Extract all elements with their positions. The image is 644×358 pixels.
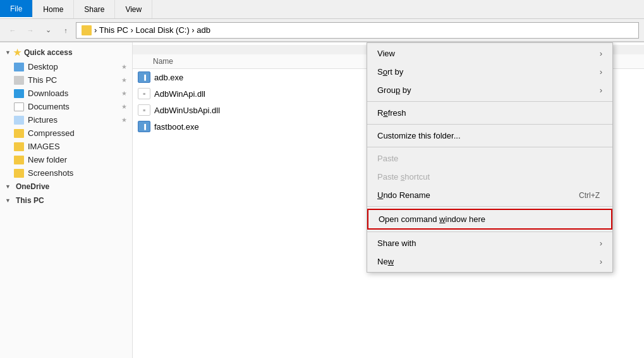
tab-view[interactable]: View (115, 0, 152, 18)
chevron-icon: ▼ (5, 197, 11, 204)
ctx-item-group-by[interactable]: Group by › (367, 81, 612, 99)
ctx-label: Sort by (377, 67, 600, 77)
chevron-icon: ▼ (5, 183, 11, 190)
sidebar-item-pictures[interactable]: Pictures ★ (0, 113, 132, 127)
ctx-label: Undo Rename (377, 190, 579, 200)
file-list: ▲ Name Date modified Type ▐ adb.exe ≡ Ad… (133, 42, 644, 358)
ctx-item-refresh[interactable]: Refresh (367, 104, 612, 122)
ctx-separator (367, 147, 612, 147)
sidebar-item-label: Desktop (28, 62, 58, 71)
exe-icon: ▐ (138, 121, 150, 132)
forward-button[interactable]: → (23, 23, 38, 38)
recent-button[interactable]: ⌄ (40, 23, 56, 38)
address-bar: ← → ⌄ ↑ › This PC › Local Disk (C:) › ad… (0, 19, 644, 42)
pc-label: This PC (16, 196, 44, 205)
submenu-arrow-icon: › (600, 238, 602, 248)
sidebar-item-label: IMAGES (28, 142, 60, 151)
sidebar-item-label: Downloads (28, 89, 68, 98)
sidebar-item-documents[interactable]: Documents ★ (0, 100, 132, 113)
sidebar-item-screenshots[interactable]: Screenshots (0, 166, 132, 180)
ctx-item-paste-shortcut: Paste shortcut (367, 168, 612, 186)
ctx-item-new[interactable]: New › (367, 252, 612, 271)
ribbon-tab-bar: File Home Share View (0, 0, 644, 19)
dll-icon: ≡ (138, 88, 150, 99)
dll-icon: ≡ (138, 104, 150, 116)
exe-icon: ▐ (138, 71, 150, 83)
sidebar-item-label: New folder (28, 155, 67, 164)
desktop-icon (14, 63, 24, 71)
sidebar-item-label: Compressed (28, 128, 75, 138)
ctx-item-paste: Paste (367, 149, 612, 168)
sidebar-item-downloads[interactable]: Downloads ★ (0, 87, 132, 100)
sidebar-item-label: This PC (28, 75, 57, 85)
submenu-arrow-icon: › (600, 257, 602, 266)
sidebar-section-pc[interactable]: ▼ This PC (0, 194, 132, 207)
ctx-item-sort-by[interactable]: Sort by › (367, 63, 612, 81)
quick-access-label: Quick access (24, 48, 73, 57)
sidebar-item-label: Pictures (28, 115, 58, 125)
ctx-item-customize[interactable]: Customize this folder... (367, 127, 612, 145)
chevron-icon: ▼ (5, 49, 11, 56)
path-text: › This PC › Local Disk (C:) › adb (94, 25, 210, 35)
pin-icon: ★ (121, 77, 127, 83)
folder-icon (14, 169, 24, 178)
main-layout: ▼ ★ Quick access Desktop ★ This PC ★ Dow… (0, 42, 644, 358)
doc-icon (14, 102, 24, 111)
ctx-item-view[interactable]: View › (367, 44, 612, 63)
ctx-separator (367, 231, 612, 232)
sidebar-item-label: Documents (28, 102, 70, 111)
ctx-separator (367, 101, 612, 102)
sidebar-item-desktop[interactable]: Desktop ★ (0, 60, 132, 73)
pic-icon (14, 116, 24, 125)
ctx-shortcut: Ctrl+Z (579, 191, 600, 200)
ctx-item-share-with[interactable]: Share with › (367, 234, 612, 252)
folder-icon (14, 156, 24, 164)
ctx-label: Paste (377, 154, 602, 163)
pc-icon (14, 76, 24, 85)
sidebar-section-quick-access[interactable]: ▼ ★ Quick access (0, 45, 132, 60)
sidebar-item-thispc[interactable]: This PC ★ (0, 73, 132, 87)
ctx-label: Share with (377, 238, 600, 248)
onedrive-label: OneDrive (16, 182, 49, 191)
tab-share[interactable]: Share (74, 0, 115, 18)
sidebar-section-onedrive[interactable]: ▼ OneDrive (0, 180, 132, 194)
star-icon: ★ (13, 47, 21, 58)
ctx-label: Open command window here (379, 214, 601, 224)
ctx-item-undo-rename[interactable]: Undo Rename Ctrl+Z (367, 186, 612, 204)
ctx-separator (367, 206, 612, 207)
ctx-item-open-command[interactable]: Open command window here (367, 209, 612, 230)
tab-file[interactable]: File (0, 0, 33, 18)
download-icon (14, 89, 24, 98)
sidebar: ▼ ★ Quick access Desktop ★ This PC ★ Dow… (0, 42, 133, 358)
ctx-separator (367, 124, 612, 125)
pin-icon: ★ (121, 90, 127, 97)
ctx-label: Refresh (377, 108, 602, 118)
tab-home[interactable]: Home (33, 0, 74, 18)
submenu-arrow-icon: › (600, 67, 602, 77)
sidebar-item-compressed[interactable]: Compressed (0, 127, 132, 140)
submenu-arrow-icon: › (600, 49, 602, 58)
ctx-label: View (377, 49, 600, 58)
path-folder-icon (82, 25, 92, 35)
context-menu: View › Sort by › Group by › Refresh Cust… (367, 42, 613, 273)
sidebar-item-images[interactable]: IMAGES (0, 140, 132, 153)
ctx-label: Group by (377, 85, 600, 95)
ribbon: File Home Share View ← → ⌄ ↑ › This PC ›… (0, 0, 644, 42)
sidebar-item-new-folder[interactable]: New folder (0, 153, 132, 166)
ctx-label: New (377, 257, 600, 266)
pin-icon: ★ (121, 116, 127, 123)
folder-icon (14, 142, 24, 151)
pin-icon: ★ (121, 63, 127, 70)
submenu-arrow-icon: › (600, 85, 602, 95)
ctx-label: Customize this folder... (377, 131, 602, 140)
sidebar-item-label: Screenshots (28, 168, 73, 178)
up-button[interactable]: ↑ (58, 23, 73, 38)
pin-icon: ★ (121, 103, 127, 110)
folder-icon (14, 129, 24, 138)
back-button[interactable]: ← (5, 23, 20, 38)
address-path[interactable]: › This PC › Local Disk (C:) › adb (76, 22, 639, 39)
ctx-label: Paste shortcut (377, 172, 602, 182)
